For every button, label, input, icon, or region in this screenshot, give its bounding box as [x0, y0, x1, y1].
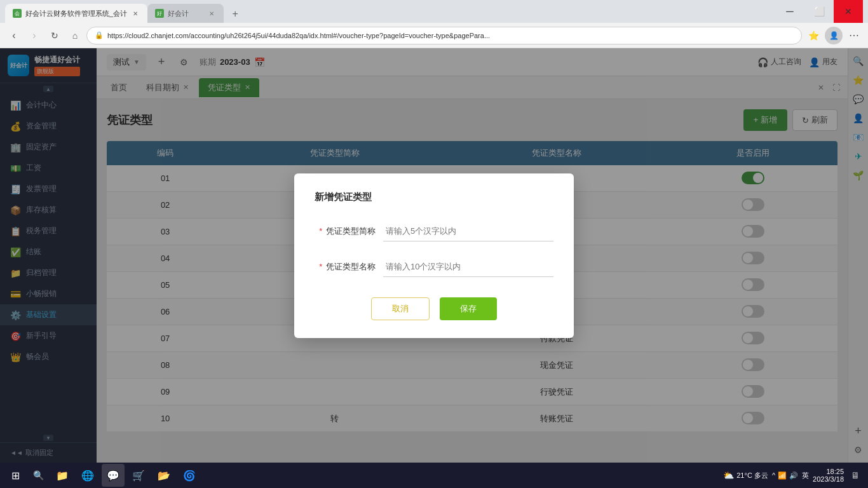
nav-back[interactable]: ‹ — [5, 27, 23, 44]
start-button[interactable]: ⊞ — [5, 465, 25, 485]
full-name-label: * 凭证类型名称 — [315, 261, 376, 273]
new-tab-button[interactable]: + — [226, 5, 244, 23]
taskbar-right: ⛅ 21°C 多云 ^ 📶 🔊 英 18:25 2023/3/18 🖥 — [723, 468, 863, 483]
taskbar-app-4[interactable]: 🛒 — [127, 464, 150, 487]
nav-more[interactable]: ⋯ — [845, 27, 863, 44]
taskbar: ⊞ 🔍 📁 🌐 💬 🛒 📂 🌀 ⛅ 21°C 多云 ^ 📶 🔊 英 18:25 … — [0, 463, 868, 488]
lang-indicator: 英 — [802, 471, 809, 480]
full-name-input[interactable] — [383, 257, 553, 277]
required-marker: * — [319, 226, 322, 236]
tab-title-2: 好会计 — [168, 9, 203, 18]
dialog: 新增凭证类型 * 凭证类型简称 * 凭证类型名称 取消 保存 — [294, 173, 574, 338]
browser-tab-inactive[interactable]: 好 好会计 ✕ — [147, 4, 224, 23]
dialog-actions: 取消 保存 — [315, 297, 553, 320]
taskbar-apps: 📁 🌐 💬 🛒 📂 🌀 — [51, 464, 201, 487]
address-text: https://cloud2.chanjet.com/accounting/uh… — [107, 32, 794, 39]
weather-text: 21°C 多云 — [736, 471, 768, 480]
nav-forward[interactable]: › — [25, 27, 43, 44]
browser-chrome: 会 好会计云财务软件管理系统_会计 ✕ 好 好会计 ✕ + ─ ⬜ ✕ ‹ › … — [0, 0, 868, 48]
date-display: 2023/3/18 — [813, 475, 844, 483]
form-row-short-name: * 凭证类型简称 — [315, 221, 553, 241]
taskbar-app-2[interactable]: 🌐 — [76, 464, 99, 487]
taskbar-app-5[interactable]: 📂 — [153, 464, 175, 487]
lock-icon: 🔒 — [95, 31, 104, 39]
taskbar-app-1[interactable]: 📁 — [51, 464, 74, 487]
notification-btn[interactable]: 🖥 — [848, 468, 863, 483]
cancel-btn[interactable]: 取消 — [371, 297, 430, 320]
window-maximize[interactable]: ⬜ — [804, 0, 834, 23]
browser-tabs-bar: 会 好会计云财务软件管理系统_会计 ✕ 好 好会计 ✕ + ─ ⬜ ✕ — [0, 0, 868, 23]
nav-extensions[interactable]: ⭐ — [804, 27, 822, 44]
taskbar-app-edge[interactable]: 🌀 — [178, 464, 201, 487]
form-row-full-name: * 凭证类型名称 — [315, 257, 553, 277]
save-btn[interactable]: 保存 — [440, 297, 497, 320]
nav-home[interactable]: ⌂ — [66, 27, 84, 44]
short-name-label: * 凭证类型简称 — [315, 226, 376, 237]
weather-icon: ⛅ — [723, 470, 734, 480]
tab-close-1[interactable]: ✕ — [131, 9, 140, 18]
wifi-icon: 📶 — [778, 471, 787, 480]
address-bar[interactable]: 🔒 https://cloud2.chanjet.com/accounting/… — [86, 27, 802, 44]
dialog-overlay: 新增凭证类型 * 凭证类型简称 * 凭证类型名称 取消 保存 — [0, 48, 868, 463]
system-tray: ^ 📶 🔊 — [772, 471, 798, 480]
browser-nav-bar: ‹ › ↻ ⌂ 🔒 https://cloud2.chanjet.com/acc… — [0, 23, 868, 48]
taskbar-app-3[interactable]: 💬 — [102, 464, 125, 487]
dialog-form: * 凭证类型简称 * 凭证类型名称 — [315, 221, 553, 277]
tab-favicon-1: 会 — [13, 9, 22, 18]
tray-arrow[interactable]: ^ — [772, 471, 775, 479]
short-name-input[interactable] — [383, 221, 553, 241]
taskbar-time: 18:25 2023/3/18 — [813, 468, 844, 483]
browser-tab-active[interactable]: 会 好会计云财务软件管理系统_会计 ✕ — [5, 4, 147, 23]
tab-favicon-2: 好 — [155, 9, 164, 18]
taskbar-search[interactable]: 🔍 — [28, 465, 48, 485]
volume-icon: 🔊 — [789, 471, 798, 480]
nav-reload[interactable]: ↻ — [46, 27, 64, 44]
weather-info: ⛅ 21°C 多云 — [723, 470, 768, 480]
window-close[interactable]: ✕ — [834, 0, 863, 23]
tab-close-2[interactable]: ✕ — [207, 9, 216, 18]
time-display: 18:25 — [826, 468, 844, 475]
required-marker-2: * — [319, 262, 322, 271]
window-minimize[interactable]: ─ — [775, 0, 804, 23]
nav-account[interactable]: 👤 — [825, 27, 843, 44]
dialog-title: 新增凭证类型 — [315, 191, 553, 203]
tab-title-1: 好会计云财务软件管理系统_会计 — [25, 9, 127, 18]
